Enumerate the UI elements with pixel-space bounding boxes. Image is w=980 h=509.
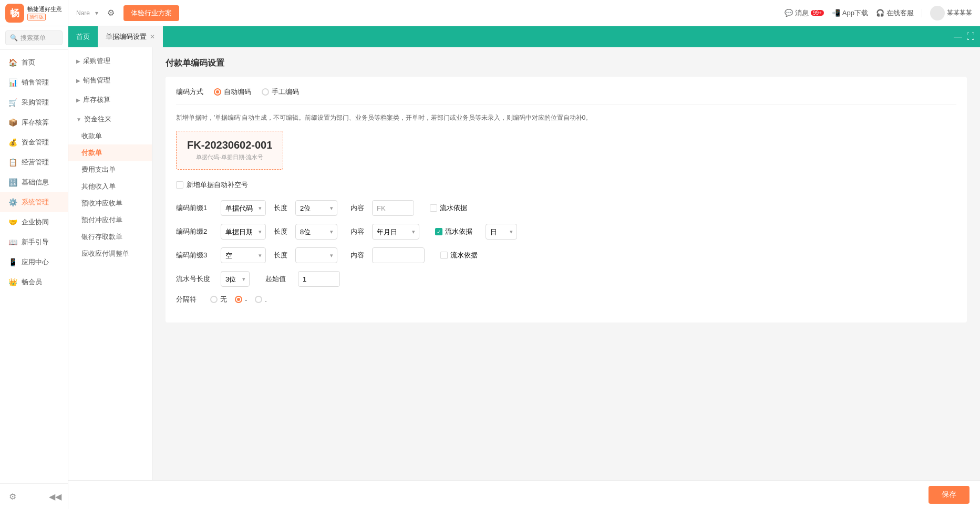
submenu-group-sales: ▶ 销售管理 xyxy=(68,72,152,89)
submenu-item-other-income[interactable]: 其他收入单 xyxy=(68,178,152,195)
header-right: 💬 消息 99+ 📲 App下载 🎧 在线客服 某某某某 xyxy=(785,6,972,20)
app-download-button[interactable]: 📲 App下载 xyxy=(832,8,868,18)
sidebar-item-operations[interactable]: 📋 经营管理 xyxy=(0,152,68,172)
code-preview-main: FK-20230602-001 xyxy=(187,139,272,151)
sidebar-item-system[interactable]: ⚙️ 系统管理 xyxy=(0,192,68,212)
prefix1-row: 编码前缀1 单据代码 单据日期 空 长度 2位 内容 xyxy=(176,200,956,216)
prefix2-select[interactable]: 单据日期 单据代码 空 xyxy=(221,224,266,240)
submenu-purchase-title[interactable]: ▶ 采购管理 xyxy=(68,53,152,69)
user-profile[interactable]: 某某某某 xyxy=(930,6,972,20)
submenu-item-prepay-pay[interactable]: 预付冲应付单 xyxy=(68,212,152,228)
tab-close-icon[interactable]: ✕ xyxy=(150,33,155,40)
member-icon: 👑 xyxy=(8,277,17,287)
nav-label-guide: 新手引导 xyxy=(22,237,49,247)
nav-label-operations: 经营管理 xyxy=(22,158,49,167)
sidebar-item-guide[interactable]: 📖 新手引导 xyxy=(0,232,68,252)
prefix3-length-label: 长度 xyxy=(274,251,287,260)
prefix3-select-wrapper: 空 单据代码 单据日期 xyxy=(221,247,266,263)
submenu-inventory-title[interactable]: ▶ 库存核算 xyxy=(68,91,152,108)
submenu-item-receivable-adj[interactable]: 应收应付调整单 xyxy=(68,245,152,262)
prefix1-content-input[interactable] xyxy=(372,200,414,216)
submenu-sales-title[interactable]: ▶ 销售管理 xyxy=(68,72,152,89)
prefix3-select[interactable]: 空 单据代码 单据日期 xyxy=(221,247,266,263)
submenu: ▶ 采购管理 ▶ 销售管理 ▶ 库存核算 ▼ 资金往来 xyxy=(68,47,152,480)
messages-button[interactable]: 💬 消息 99+ xyxy=(785,8,824,18)
auto-encoding-label: 自动编码 xyxy=(224,87,251,97)
separator-dash[interactable]: - xyxy=(235,296,247,304)
sidebar-item-finance[interactable]: 💰 资金管理 xyxy=(0,132,68,152)
minimize-icon[interactable]: — xyxy=(954,32,962,41)
nav-label-purchase: 采购管理 xyxy=(22,98,49,107)
separator-dash-label: - xyxy=(245,296,247,304)
settings-gear-icon[interactable]: ⚙ xyxy=(104,6,118,20)
apps-icon: 📱 xyxy=(8,257,17,267)
auto-radio-dot xyxy=(214,88,221,96)
nav-label-finance: 资金管理 xyxy=(22,138,49,147)
prefix2-sequence-label: 流水依据 xyxy=(445,227,472,236)
search-placeholder: 搜索菜单 xyxy=(20,34,46,43)
separator-none[interactable]: 无 xyxy=(210,295,227,304)
maximize-icon[interactable]: ⛶ xyxy=(966,32,975,41)
submenu-item-prepay-recv[interactable]: 预收冲应收单 xyxy=(68,195,152,212)
submenu-funds-title[interactable]: ▼ 资金往来 xyxy=(68,111,152,128)
online-service-button[interactable]: 🎧 在线客服 xyxy=(876,8,914,18)
chevron-down-icon[interactable]: ▾ xyxy=(95,9,98,17)
sidebar-item-basic[interactable]: 🔢 基础信息 xyxy=(0,172,68,192)
settings-footer-icon[interactable]: ⚙ xyxy=(5,489,20,504)
separator-dot[interactable]: . xyxy=(255,296,267,304)
manual-encoding-label: 手工编码 xyxy=(272,87,299,97)
prefix1-select-wrapper: 单据代码 单据日期 空 xyxy=(221,200,266,216)
manual-encoding-radio[interactable]: 手工编码 xyxy=(262,87,299,97)
auto-fill-checkbox[interactable] xyxy=(176,181,183,189)
auto-encoding-radio[interactable]: 自动编码 xyxy=(214,87,251,97)
sidebar-item-member[interactable]: 👑 畅会员 xyxy=(0,272,68,292)
prefix3-sequence-checkbox[interactable] xyxy=(440,252,448,259)
prefix2-length-select[interactable]: 8位 xyxy=(295,224,337,240)
guide-icon: 📖 xyxy=(8,237,17,247)
prefix1-length-select[interactable]: 2位 xyxy=(295,200,337,216)
tab-encoding-label: 单据编码设置 xyxy=(106,32,147,41)
prefix2-sequence-group: ✓ 流水依据 xyxy=(435,227,472,236)
prefix2-content-select[interactable]: 年月日 xyxy=(372,224,419,240)
sidebar-item-enterprise[interactable]: 🤝 企业协同 xyxy=(0,212,68,232)
tab-encoding-settings[interactable]: 单据编码设置 ✕ xyxy=(98,26,163,47)
experience-industry-button[interactable]: 体验行业方案 xyxy=(123,5,179,21)
submenu-group-inventory: ▶ 库存核算 xyxy=(68,91,152,108)
prefix2-select-wrapper: 单据日期 单据代码 空 xyxy=(221,224,266,240)
save-button[interactable]: 保存 xyxy=(929,486,969,504)
tab-home[interactable]: 首页 xyxy=(68,26,98,47)
prefix1-select[interactable]: 单据代码 单据日期 空 xyxy=(221,200,266,216)
prefix2-time-select[interactable]: 日 月 年 xyxy=(486,224,517,240)
prefix3-length-select[interactable] xyxy=(295,247,337,263)
sidebar-item-purchase[interactable]: 🛒 采购管理 xyxy=(0,92,68,112)
nav-label-enterprise: 企业协同 xyxy=(22,217,49,227)
sidebar-item-sales[interactable]: 📊 销售管理 xyxy=(0,72,68,92)
submenu-group-purchase: ▶ 采购管理 xyxy=(68,53,152,69)
prefix1-length-label: 长度 xyxy=(274,203,287,213)
nav-menu: 🏠 首页 📊 销售管理 🛒 采购管理 📦 库存核算 💰 资金管理 📋 经营管理 … xyxy=(0,50,68,483)
prefix1-sequence-checkbox[interactable] xyxy=(430,204,437,212)
encoding-method-group: 编码方式 自动编码 手工编码 xyxy=(176,87,956,105)
system-icon: ⚙️ xyxy=(8,198,17,207)
auto-fill-label: 新增单据自动补空号 xyxy=(187,180,248,190)
submenu-item-expense[interactable]: 费用支出单 xyxy=(68,161,152,178)
search-area[interactable]: 🔍 搜索菜单 xyxy=(0,26,68,50)
sidebar-item-home[interactable]: 🏠 首页 xyxy=(0,53,68,72)
separator-dot-label: . xyxy=(265,296,267,304)
serial-length-select[interactable]: 3位 4位 5位 xyxy=(221,271,250,287)
content-wrapper: ▶ 采购管理 ▶ 销售管理 ▶ 库存核算 ▼ 资金往来 xyxy=(68,47,980,480)
search-menu-button[interactable]: 🔍 搜索菜单 xyxy=(5,30,63,45)
prefix2-row: 编码前缀2 单据日期 单据代码 空 长度 8位 内容 xyxy=(176,224,956,240)
collapse-icon[interactable]: ◀◀ xyxy=(48,489,63,504)
submenu-item-receipt[interactable]: 收款单 xyxy=(68,128,152,144)
submenu-item-payment[interactable]: 付款单 xyxy=(68,144,152,161)
username: 某某某某 xyxy=(947,8,972,17)
sidebar-item-inventory[interactable]: 📦 库存核算 xyxy=(0,112,68,132)
prefix3-content-input[interactable] xyxy=(372,247,425,263)
tab-bar-actions: — ⛶ xyxy=(954,32,980,41)
submenu-item-bank[interactable]: 银行存取款单 xyxy=(68,228,152,245)
start-value-input[interactable] xyxy=(298,271,340,287)
prefix2-sequence-checkbox[interactable]: ✓ xyxy=(435,228,442,235)
sidebar-item-apps[interactable]: 📱 应用中心 xyxy=(0,252,68,272)
chevron-down-icon-funds: ▼ xyxy=(76,117,81,122)
